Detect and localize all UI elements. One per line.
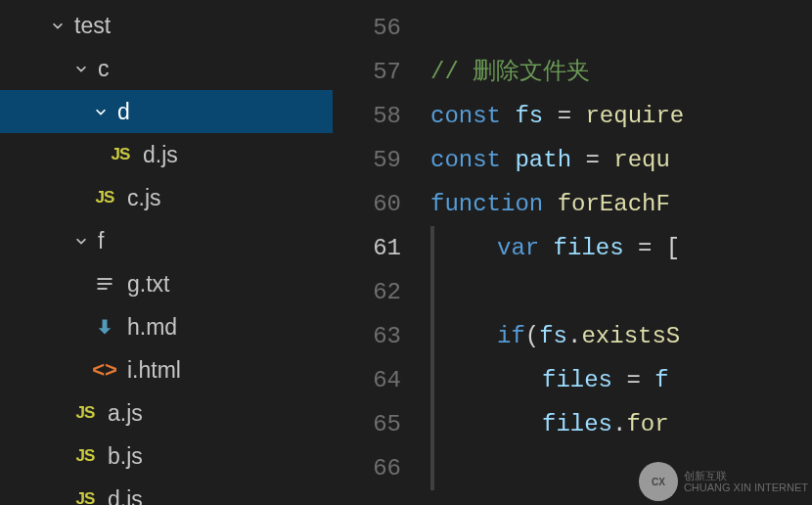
token: fs	[515, 103, 557, 129]
code-line-content: function forEachF	[430, 182, 670, 226]
html-file-icon: <>	[92, 357, 117, 383]
code-line[interactable]: const fs = require	[430, 94, 684, 138]
code-line[interactable]: const path = requ	[430, 138, 684, 182]
md-file-icon	[92, 317, 117, 337]
tree-item-label: b.js	[108, 443, 143, 470]
tree-item-label: h.md	[127, 314, 177, 341]
token: f	[654, 367, 668, 393]
fold-indent-guide	[430, 270, 434, 314]
token: files	[542, 411, 612, 437]
js-file-icon: JS	[72, 403, 98, 423]
tree-item-label: i.html	[127, 357, 181, 384]
line-number: 56	[333, 6, 401, 50]
line-number: 66	[333, 446, 401, 490]
code-line[interactable]: if(fs.existsS	[430, 314, 684, 358]
file-item-g.txt[interactable]: g.txt	[0, 262, 333, 305]
js-file-icon: JS	[108, 145, 133, 164]
tree-item-label: c	[98, 56, 110, 82]
file-item-a.js[interactable]: JSa.js	[0, 391, 333, 435]
token: forEachF	[558, 191, 670, 217]
code-line-content: files.for	[542, 402, 669, 446]
line-number: 57	[333, 50, 401, 94]
token: path	[515, 147, 585, 173]
token: fs	[539, 323, 567, 349]
code-line[interactable]: files.for	[430, 402, 684, 446]
token: if	[497, 323, 525, 349]
file-item-b.js[interactable]: JSb.js	[0, 435, 333, 478]
tree-item-label: f	[98, 228, 104, 254]
file-item-c.js[interactable]: JSc.js	[0, 176, 333, 219]
tree-item-label: c.js	[127, 185, 161, 211]
token: (	[525, 323, 539, 349]
line-number: 60	[333, 182, 401, 226]
token: var	[497, 235, 554, 261]
token: =	[558, 103, 586, 129]
line-number: 59	[333, 138, 401, 182]
code-line-content: files = f	[542, 358, 669, 402]
tree-item-label: test	[74, 13, 111, 39]
folder-item-c[interactable]: c	[0, 47, 333, 90]
code-line-content: if(fs.existsS	[497, 314, 680, 358]
tree-item-label: d.js	[143, 142, 178, 168]
token: .	[567, 323, 581, 349]
file-item-i.html[interactable]: <>i.html	[0, 348, 333, 391]
token: // 删除文件夹	[430, 59, 590, 85]
file-item-d.js[interactable]: JSd.js	[0, 478, 333, 505]
folder-item-d[interactable]: d	[0, 90, 333, 133]
chevron-down-icon	[72, 232, 90, 250]
token: const	[430, 147, 515, 173]
folder-item-test[interactable]: test	[0, 4, 333, 47]
token: const	[430, 103, 515, 129]
code-line[interactable]: var files = [	[430, 226, 684, 270]
token: existsS	[581, 323, 680, 349]
code-line[interactable]	[430, 270, 684, 314]
file-explorer[interactable]: testcdJSd.jsJSc.jsfg.txth.md<>i.htmlJSa.…	[0, 0, 333, 505]
fold-indent-guide	[430, 446, 434, 490]
token: =	[626, 367, 654, 393]
fold-indent-guide	[430, 226, 434, 270]
chevron-down-icon	[49, 17, 67, 34]
line-number: 64	[333, 358, 401, 402]
line-number: 58	[333, 94, 401, 138]
tree-item-label: d.js	[108, 486, 143, 506]
code-line-content: const path = requ	[430, 138, 670, 182]
token: =	[585, 147, 613, 173]
code-editor[interactable]: 5657585960616263646566 // 删除文件夹const fs …	[333, 0, 812, 505]
code-line[interactable]	[430, 446, 684, 490]
js-file-icon: JS	[72, 489, 98, 505]
file-item-d.js[interactable]: JSd.js	[0, 133, 333, 176]
line-number-gutter: 5657585960616263646566	[333, 0, 430, 505]
fold-indent-guide	[430, 314, 434, 358]
code-content[interactable]: // 删除文件夹const fs = requireconst path = r…	[430, 0, 684, 505]
tree-item-label: g.txt	[127, 271, 169, 298]
line-number: 61	[333, 226, 401, 270]
token: require	[585, 103, 684, 129]
line-number: 62	[333, 270, 401, 314]
token: for	[626, 411, 668, 437]
fold-indent-guide	[430, 402, 434, 446]
folder-item-f[interactable]: f	[0, 219, 333, 262]
js-file-icon: JS	[72, 446, 98, 466]
tree-item-label: d	[117, 99, 130, 125]
chevron-down-icon	[92, 103, 110, 120]
code-line-content: var files = [	[497, 226, 680, 270]
token: files	[554, 235, 638, 261]
code-line-content: // 删除文件夹	[430, 50, 590, 94]
js-file-icon: JS	[92, 188, 117, 207]
code-line[interactable]	[430, 6, 684, 50]
tree-item-label: a.js	[108, 400, 143, 427]
txt-file-icon	[92, 274, 117, 294]
file-item-h.md[interactable]: h.md	[0, 305, 333, 348]
token: files	[542, 367, 626, 393]
code-line-content: const fs = require	[430, 94, 684, 138]
chevron-down-icon	[72, 60, 90, 77]
code-line[interactable]: // 删除文件夹	[430, 50, 684, 94]
line-number: 63	[333, 314, 401, 358]
code-line[interactable]: files = f	[430, 358, 684, 402]
token: function	[430, 191, 558, 217]
line-number: 65	[333, 402, 401, 446]
token: .	[612, 411, 626, 437]
token: requ	[613, 147, 670, 173]
token: = [	[638, 235, 680, 261]
code-line[interactable]: function forEachF	[430, 182, 684, 226]
